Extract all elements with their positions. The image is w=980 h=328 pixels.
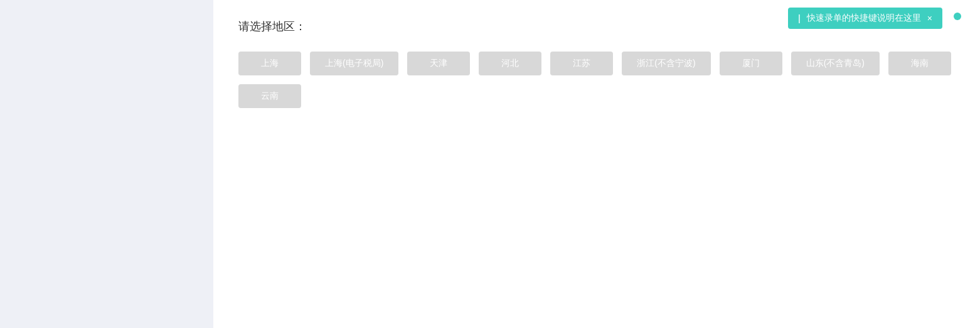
region-btn-tianjin[interactable]: 天津: [407, 52, 470, 75]
region-btn-hebei[interactable]: 河北: [479, 52, 541, 75]
region-btn-yunnan[interactable]: 云南: [238, 84, 301, 108]
region-btn-hainan[interactable]: 海南: [888, 52, 951, 75]
tooltip-banner: 快速录单的快捷键说明在这里 ×: [788, 8, 942, 29]
region-buttons: 上海上海(电子税局)天津河北江苏浙江(不含宁波)厦门山东(不含青岛)海南云南: [238, 52, 955, 108]
region-btn-shandong[interactable]: 山东(不含青岛): [791, 52, 880, 75]
tooltip-text: 快速录单的快捷键说明在这里: [807, 13, 921, 24]
tooltip-dot: [954, 13, 961, 20]
left-panel: [0, 0, 213, 328]
region-btn-shanghai-etax[interactable]: 上海(电子税局): [310, 52, 398, 75]
tooltip-close-button[interactable]: ×: [927, 13, 932, 23]
main-content: 请选择地区： 上海上海(电子税局)天津河北江苏浙江(不含宁波)厦门山东(不含青岛…: [213, 0, 980, 328]
region-btn-xiamen[interactable]: 厦门: [720, 52, 782, 75]
region-btn-zhejiang[interactable]: 浙江(不含宁波): [622, 52, 710, 75]
region-btn-jiangsu[interactable]: 江苏: [550, 52, 613, 75]
region-btn-shanghai[interactable]: 上海: [238, 52, 301, 75]
